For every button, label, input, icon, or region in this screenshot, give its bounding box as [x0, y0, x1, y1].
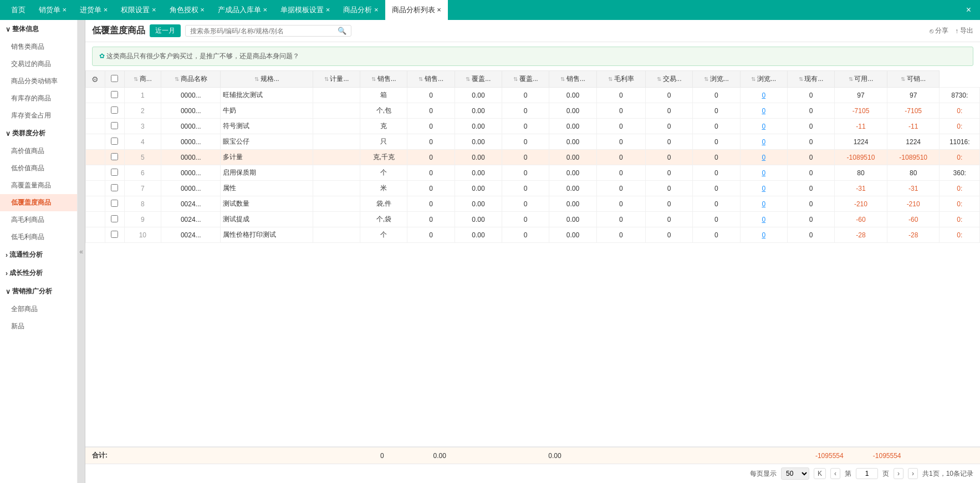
nav-product-analysis-list[interactable]: 商品分析列表 ×: [385, 0, 448, 20]
view-link[interactable]: 0: [762, 138, 765, 146]
col-trade[interactable]: 交易...: [646, 71, 693, 88]
col-code[interactable]: 商...: [124, 71, 161, 88]
col-unit[interactable]: 计量...: [313, 71, 360, 88]
table-row: 70000...属性米00.0000.0000000-31-310:: [86, 181, 980, 196]
row-checkbox[interactable]: [111, 200, 118, 207]
col-spec[interactable]: 规格...: [221, 71, 313, 88]
sidebar-section-growth[interactable]: › 成长性分析: [0, 264, 77, 282]
nav-product-analysis[interactable]: 商品分析 ×: [336, 0, 385, 20]
search-icon[interactable]: 🔍: [338, 27, 346, 35]
row-checkbox[interactable]: [111, 106, 118, 114]
table-container[interactable]: ⚙ 商... 商品名称 规格... 计量... 销售... 销售... 覆盖..…: [85, 70, 980, 446]
table-cell: 0: [596, 227, 645, 243]
prev-page-button[interactable]: ‹: [830, 468, 840, 479]
sidebar-item-low-value[interactable]: 低价值商品: [0, 160, 77, 177]
table-cell: 0: [596, 196, 645, 212]
sidebar-collapse-button[interactable]: «: [78, 20, 85, 483]
nav-sales[interactable]: 销货单 ×: [32, 0, 73, 20]
row-checkbox[interactable]: [111, 153, 118, 160]
sidebar-item-high-profit[interactable]: 高毛利商品: [0, 211, 77, 228]
page-input[interactable]: [856, 468, 878, 479]
col-profit-rate[interactable]: 毛利率: [596, 71, 645, 88]
table-cell: 0.00: [455, 134, 502, 150]
export-button[interactable]: ↑ 导出: [955, 26, 973, 35]
table-cell: 0: [693, 227, 740, 243]
table-cell: -7105: [835, 103, 887, 119]
row-checkbox[interactable]: [111, 91, 118, 98]
view-link[interactable]: 0: [762, 169, 765, 177]
row-checkbox[interactable]: [111, 138, 118, 145]
table-body: 10000...旺辅批次测试箱00.0000.000000097978730:2…: [86, 88, 980, 243]
view-link[interactable]: 0: [762, 154, 765, 161]
sidebar-item-high-value[interactable]: 高价值商品: [0, 143, 77, 160]
nav-home[interactable]: 首页: [4, 0, 32, 20]
col-sales3[interactable]: 销售...: [549, 71, 596, 88]
nav-roles[interactable]: 角色授权 ×: [163, 0, 211, 20]
close-all-button[interactable]: ×: [962, 5, 976, 15]
table-header-row: ⚙ 商... 商品名称 规格... 计量... 销售... 销售... 覆盖..…: [86, 71, 980, 88]
nav-finished-goods[interactable]: 产成品入库单 ×: [211, 0, 274, 20]
view-link[interactable]: 0: [762, 185, 765, 192]
view-link[interactable]: 0: [762, 216, 765, 223]
per-page-select[interactable]: 50 20 100 200: [781, 467, 809, 480]
col-sales-count[interactable]: 销售...: [360, 71, 407, 88]
table-cell: 0: [646, 165, 693, 181]
col-view2[interactable]: 浏览...: [740, 71, 787, 88]
table-cell: 8: [124, 196, 161, 212]
sidebar-item-high-coverage[interactable]: 高覆盖量商品: [0, 177, 77, 194]
view-link[interactable]: 0: [762, 107, 765, 115]
sidebar-item-stock-goods[interactable]: 有库存的商品: [0, 90, 77, 107]
nav-purchase[interactable]: 进货单 ×: [73, 0, 114, 20]
sidebar-item-new-goods[interactable]: 新品: [0, 318, 77, 335]
table-cell: 0: [407, 119, 455, 134]
sidebar-item-traded-goods[interactable]: 交易过的商品: [0, 55, 77, 73]
table-cell: -7105: [887, 103, 940, 119]
nav-permissions[interactable]: 权限设置 ×: [114, 0, 162, 20]
table-cell: 0: [502, 227, 549, 243]
col-view1[interactable]: 浏览...: [693, 71, 740, 88]
col-gear[interactable]: ⚙: [86, 71, 105, 88]
table-cell: 0: [740, 212, 787, 227]
first-page-button[interactable]: K: [814, 468, 826, 479]
sidebar-section-overall[interactable]: ∨ 整体信息: [0, 20, 77, 38]
col-sales-amount[interactable]: 销售...: [407, 71, 455, 88]
table-cell: 0: [740, 150, 787, 165]
table-cell: [86, 165, 105, 181]
table-cell: 克,千克: [360, 150, 407, 165]
col-saleable[interactable]: 可销...: [887, 71, 940, 88]
row-checkbox[interactable]: [111, 215, 118, 222]
sidebar-item-sales-goods[interactable]: 销售类商品: [0, 38, 77, 55]
row-checkbox[interactable]: [111, 231, 118, 238]
sidebar-section-marketing[interactable]: ∨ 营销推广分析: [0, 282, 77, 301]
sidebar-item-low-coverage[interactable]: 低覆盖度商品: [0, 194, 77, 211]
col-current[interactable]: 现有...: [787, 71, 834, 88]
row-checkbox[interactable]: [111, 169, 118, 176]
sidebar-item-all-goods[interactable]: 全部商品: [0, 301, 77, 318]
next-page-button[interactable]: ›: [894, 468, 904, 479]
view-link[interactable]: 0: [762, 200, 765, 208]
row-checkbox[interactable]: [111, 122, 118, 129]
view-link[interactable]: 0: [762, 231, 765, 239]
last-page-button[interactable]: ›: [908, 468, 918, 479]
row-checkbox[interactable]: [111, 184, 118, 191]
sidebar-item-category-turnover[interactable]: 商品分类动销率: [0, 73, 77, 90]
col-coverage1[interactable]: 覆盖...: [455, 71, 502, 88]
sidebar-section-liquidity[interactable]: › 流通性分析: [0, 246, 77, 264]
col-name[interactable]: 商品名称: [161, 71, 221, 88]
sidebar-section-cluster[interactable]: ∨ 类群度分析: [0, 124, 77, 143]
gear-icon[interactable]: ⚙: [91, 75, 99, 84]
sidebar-item-low-profit[interactable]: 低毛利商品: [0, 228, 77, 246]
select-all-checkbox[interactable]: [111, 75, 118, 82]
view-link[interactable]: 0: [762, 123, 765, 130]
sidebar-item-stock-capital[interactable]: 库存资金占用: [0, 107, 77, 124]
table-cell: 0: [596, 103, 645, 119]
col-available[interactable]: 可用...: [835, 71, 887, 88]
share-button[interactable]: ⎋ 分享: [930, 26, 948, 35]
view-link[interactable]: 0: [762, 91, 765, 99]
page-suffix: 页: [882, 469, 889, 479]
search-input[interactable]: [190, 27, 338, 35]
table-cell: 0: [693, 150, 740, 165]
nav-template-settings[interactable]: 单据模板设置 ×: [274, 0, 336, 20]
period-button[interactable]: 近一月: [150, 24, 181, 37]
col-coverage2[interactable]: 覆盖...: [502, 71, 549, 88]
